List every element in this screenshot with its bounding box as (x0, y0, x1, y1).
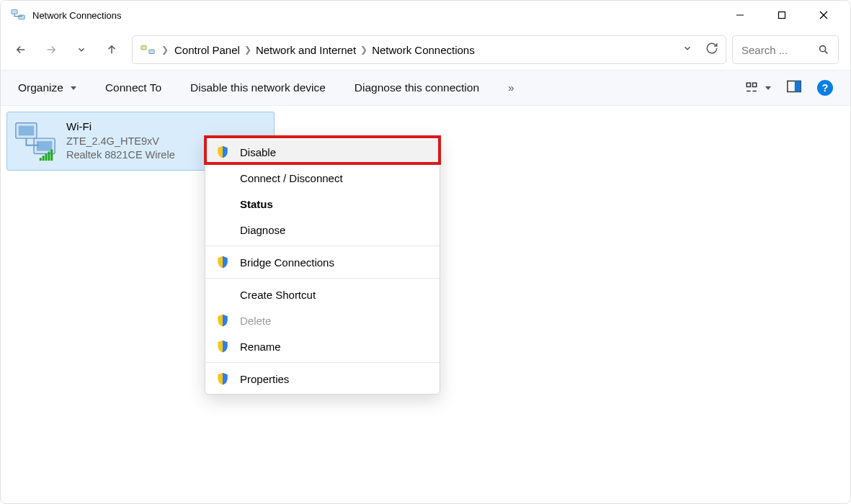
svg-rect-15 (795, 81, 801, 92)
svg-rect-19 (37, 141, 52, 151)
connection-adapter: Realtek 8821CE Wirele (66, 148, 175, 163)
content-area: Wi-Fi ZTE_2.4G_HTE9xV Realtek 8821CE Wir… (1, 106, 850, 176)
addressbar-dropdown-button[interactable] (682, 43, 692, 56)
minimize-button[interactable] (719, 1, 761, 30)
address-bar[interactable]: ❯ Control Panel ❯ Network and Internet ❯… (132, 35, 726, 64)
ctx-properties[interactable]: Properties (205, 366, 440, 392)
ctx-label: Diagnose (240, 224, 285, 236)
svg-rect-17 (19, 126, 34, 136)
connection-ssid: ZTE_2.4G_HTE9xV (66, 135, 175, 149)
back-button[interactable] (12, 41, 30, 58)
svg-line-9 (825, 51, 828, 54)
breadcrumb: Control Panel ❯ Network and Internet ❯ N… (174, 44, 677, 56)
close-button[interactable] (803, 1, 845, 30)
nav-arrows (12, 41, 120, 58)
breadcrumb-item[interactable]: Control Panel (174, 44, 240, 56)
disable-device-button[interactable]: Disable this network device (190, 81, 326, 94)
svg-rect-23 (48, 152, 50, 161)
svg-rect-11 (753, 83, 757, 86)
ctx-delete: Delete (205, 307, 440, 333)
ctx-label: Disable (240, 146, 276, 158)
diagnose-connection-button[interactable]: Diagnose this connection (355, 81, 479, 94)
ctx-label: Properties (240, 373, 289, 385)
ctx-label: Status (240, 198, 273, 210)
ctx-bridge-connections[interactable]: Bridge Connections (205, 249, 440, 275)
breadcrumb-item[interactable]: Network and Internet (256, 44, 356, 56)
svg-point-8 (820, 46, 826, 52)
search-icon (818, 44, 829, 55)
ctx-create-shortcut[interactable]: Create Shortcut (205, 282, 440, 307)
svg-rect-3 (779, 12, 785, 19)
context-menu: Disable Connect / Disconnect Status Diag… (205, 136, 440, 395)
ctx-diagnose[interactable]: Diagnose (205, 217, 440, 243)
maximize-button[interactable] (761, 1, 803, 30)
svg-rect-20 (40, 158, 42, 161)
svg-rect-0 (12, 10, 17, 14)
chevron-right-icon[interactable]: ❯ (244, 45, 251, 55)
svg-rect-7 (149, 50, 154, 54)
recent-locations-button[interactable] (73, 41, 90, 58)
svg-rect-24 (50, 150, 53, 161)
chevron-right-icon[interactable]: ❯ (161, 45, 169, 55)
connect-to-button[interactable]: Connect To (105, 81, 161, 94)
shield-icon (215, 339, 230, 354)
window-title: Network Connections (32, 10, 719, 21)
search-box[interactable]: Search ... (732, 35, 839, 64)
organize-menu[interactable]: Organize (18, 81, 76, 94)
help-button[interactable]: ? (817, 80, 833, 96)
shield-icon (215, 313, 230, 328)
forward-button[interactable] (43, 41, 60, 58)
search-placeholder: Search ... (741, 44, 788, 56)
svg-rect-22 (45, 153, 48, 161)
separator (205, 246, 440, 246)
ctx-label: Bridge Connections (240, 256, 334, 269)
chevron-right-icon[interactable]: ❯ (360, 45, 367, 55)
svg-rect-10 (747, 83, 750, 86)
network-connections-icon (11, 8, 25, 22)
separator (205, 278, 440, 279)
shield-icon (215, 255, 230, 269)
ctx-label: Delete (240, 315, 271, 327)
network-adapter-icon (13, 119, 58, 163)
refresh-button[interactable] (705, 42, 718, 58)
network-folder-icon (140, 42, 156, 58)
svg-rect-21 (43, 156, 45, 161)
ctx-rename[interactable]: Rename (205, 333, 440, 359)
preview-pane-button[interactable] (787, 80, 801, 96)
separator (205, 362, 440, 363)
ctx-status[interactable]: Status (205, 191, 440, 217)
connection-labels: Wi-Fi ZTE_2.4G_HTE9xV Realtek 8821CE Wir… (66, 120, 175, 162)
window-controls (719, 1, 845, 30)
navigation-bar: ❯ Control Panel ❯ Network and Internet ❯… (1, 30, 850, 70)
titlebar: Network Connections (1, 1, 850, 30)
ctx-label: Rename (240, 341, 281, 353)
ctx-connect-disconnect[interactable]: Connect / Disconnect (205, 165, 440, 191)
overflow-button[interactable]: » (508, 81, 514, 94)
svg-rect-6 (141, 46, 146, 50)
breadcrumb-item[interactable]: Network Connections (372, 44, 475, 56)
ctx-label: Create Shortcut (240, 289, 316, 301)
view-options-button[interactable] (745, 81, 771, 94)
command-bar: Organize Connect To Disable this network… (1, 70, 850, 106)
ctx-label: Connect / Disconnect (240, 172, 343, 184)
shield-icon (215, 145, 230, 159)
ctx-disable[interactable]: Disable (205, 139, 440, 165)
connection-name: Wi-Fi (66, 120, 175, 134)
up-button[interactable] (103, 41, 120, 58)
shield-icon (215, 372, 230, 386)
